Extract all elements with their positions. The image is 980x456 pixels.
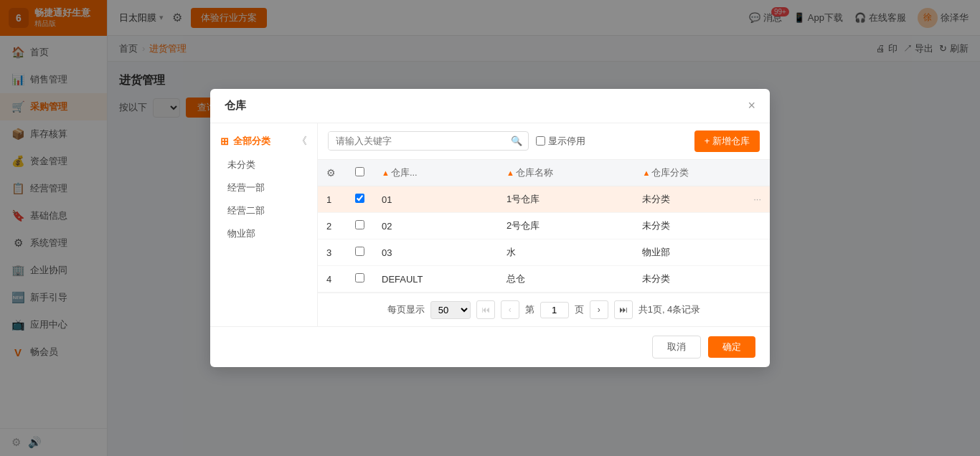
per-page-label: 每页显示 bbox=[387, 303, 425, 316]
row-code: 01 bbox=[373, 186, 498, 213]
page-number-input[interactable] bbox=[540, 302, 569, 318]
row-name: 1号仓库 bbox=[498, 186, 634, 213]
col-gear: ⚙ bbox=[318, 160, 347, 186]
modal-title: 仓库 bbox=[225, 99, 246, 113]
search-box: 🔍 bbox=[328, 131, 529, 151]
row-code: DEFAULT bbox=[373, 266, 498, 293]
row-index: 4 bbox=[318, 266, 347, 293]
modal-pagination: 每页显示 50 10 20 100 ⏮ ‹ 第 页 › ⏭ 共1页, 4条记录 bbox=[318, 293, 770, 326]
page-number-label: 第 bbox=[525, 303, 534, 316]
category-ops1[interactable]: 经营一部 bbox=[210, 176, 317, 199]
first-page-btn[interactable]: ⏮ bbox=[476, 300, 495, 319]
modal-close-btn[interactable]: × bbox=[748, 99, 755, 112]
row-category: 物业部··· bbox=[633, 239, 770, 266]
modal-body: ⊞ 全部分类 《 未分类 经营一部 经营二部 物业部 bbox=[210, 123, 770, 327]
row-name: 总仓 bbox=[498, 266, 634, 293]
row-checkbox[interactable] bbox=[355, 247, 364, 256]
show-disabled-label: 显示停用 bbox=[548, 135, 585, 148]
select-all-checkbox[interactable] bbox=[355, 167, 364, 176]
warehouse-table: ⚙ ▲仓库... ▲仓库名称 ▲仓库分类 1 01 1号仓库 未分类··· 2 bbox=[318, 160, 770, 293]
sort-category-icon: ▲ bbox=[642, 168, 650, 177]
row-checkbox[interactable] bbox=[355, 220, 364, 229]
col-checkbox bbox=[347, 160, 373, 186]
confirm-btn[interactable]: 确定 bbox=[708, 336, 755, 358]
row-actions-icon[interactable]: ··· bbox=[753, 194, 761, 204]
col-code: ▲仓库... bbox=[373, 160, 498, 186]
row-index: 1 bbox=[318, 186, 347, 213]
modal-main-content: 🔍 显示停用 新增仓库 ⚙ ▲ bbox=[318, 123, 770, 327]
modal-category-sidebar: ⊞ 全部分类 《 未分类 经营一部 经营二部 物业部 bbox=[210, 123, 318, 327]
all-categories-label: 全部分类 bbox=[233, 135, 270, 148]
row-checkbox-cell bbox=[347, 266, 373, 293]
add-warehouse-btn[interactable]: 新增仓库 bbox=[694, 130, 760, 152]
cancel-btn[interactable]: 取消 bbox=[652, 336, 701, 358]
table-gear-icon[interactable]: ⚙ bbox=[326, 167, 336, 179]
row-code: 02 bbox=[373, 213, 498, 239]
table-row: 4 DEFAULT 总仓 未分类··· bbox=[318, 266, 770, 293]
last-page-btn[interactable]: ⏭ bbox=[614, 300, 633, 319]
modal-overlay: 仓库 × ⊞ 全部分类 《 未分类 经营一部 经营二部 bbox=[0, 0, 980, 456]
row-name: 水 bbox=[498, 239, 634, 266]
table-row: 3 03 水 物业部··· bbox=[318, 239, 770, 266]
prev-page-btn[interactable]: ‹ bbox=[501, 300, 519, 319]
page-suffix-label: 页 bbox=[575, 303, 584, 316]
modal-toolbar: 🔍 显示停用 新增仓库 bbox=[318, 123, 770, 160]
show-disabled-checkbox[interactable] bbox=[536, 136, 545, 146]
grid-icon: ⊞ bbox=[220, 136, 229, 147]
category-property[interactable]: 物业部 bbox=[210, 222, 317, 245]
per-page-select[interactable]: 50 10 20 100 bbox=[430, 301, 471, 319]
row-checkbox[interactable] bbox=[355, 194, 364, 203]
row-category: 未分类··· bbox=[633, 266, 770, 293]
sidebar-collapse-btn[interactable]: 《 bbox=[297, 135, 307, 148]
all-categories-item[interactable]: ⊞ 全部分类 《 bbox=[210, 129, 317, 153]
row-checkbox[interactable] bbox=[355, 273, 364, 282]
row-checkbox-cell bbox=[347, 213, 373, 239]
category-unclassified[interactable]: 未分类 bbox=[210, 153, 317, 176]
search-icon[interactable]: 🔍 bbox=[505, 132, 528, 150]
warehouse-modal: 仓库 × ⊞ 全部分类 《 未分类 经营一部 经营二部 bbox=[210, 89, 770, 368]
col-name: ▲仓库名称 bbox=[498, 160, 634, 186]
row-category: 未分类··· bbox=[633, 186, 770, 213]
next-page-btn[interactable]: › bbox=[590, 300, 608, 319]
row-checkbox-cell bbox=[347, 239, 373, 266]
row-index: 3 bbox=[318, 239, 347, 266]
sort-name-icon: ▲ bbox=[507, 168, 514, 177]
row-index: 2 bbox=[318, 213, 347, 239]
row-code: 03 bbox=[373, 239, 498, 266]
modal-footer: 取消 确定 bbox=[210, 326, 770, 367]
table-row: 1 01 1号仓库 未分类··· bbox=[318, 186, 770, 213]
table-row: 2 02 2号仓库 未分类··· bbox=[318, 213, 770, 239]
warehouse-table-wrap: ⚙ ▲仓库... ▲仓库名称 ▲仓库分类 1 01 1号仓库 未分类··· 2 bbox=[318, 160, 770, 293]
row-category: 未分类··· bbox=[633, 213, 770, 239]
table-header-row: ⚙ ▲仓库... ▲仓库名称 ▲仓库分类 bbox=[318, 160, 770, 186]
col-category: ▲仓库分类 bbox=[633, 160, 770, 186]
row-checkbox-cell bbox=[347, 186, 373, 213]
warehouse-table-body: 1 01 1号仓库 未分类··· 2 02 2号仓库 未分类··· 3 03 水… bbox=[318, 186, 770, 293]
total-label: 共1页, 4条记录 bbox=[639, 303, 701, 316]
category-ops2[interactable]: 经营二部 bbox=[210, 199, 317, 222]
show-disabled-checkbox-label[interactable]: 显示停用 bbox=[536, 135, 585, 148]
row-name: 2号仓库 bbox=[498, 213, 634, 239]
search-input[interactable] bbox=[329, 132, 505, 150]
modal-header: 仓库 × bbox=[210, 89, 770, 123]
sort-code-icon: ▲ bbox=[382, 168, 390, 177]
